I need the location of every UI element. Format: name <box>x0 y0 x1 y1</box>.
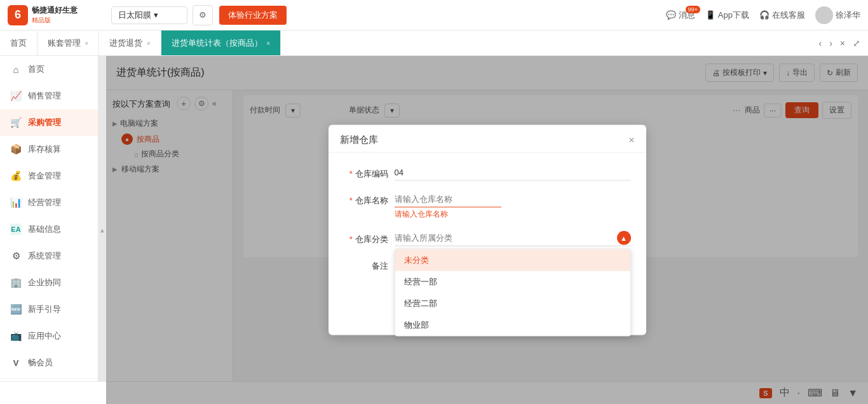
sidebar-item-sales[interactable]: 📈 销售管理 <box>0 83 98 109</box>
modal-title: 新增仓库 <box>340 134 378 146</box>
phone-icon: 📱 <box>705 10 715 20</box>
dropdown-item-unclassified[interactable]: 未分类 <box>395 250 630 271</box>
tab-account[interactable]: 账套管理 × <box>37 30 99 55</box>
modal-header: 新增仓库 × <box>329 125 646 153</box>
sidebar-item-inventory[interactable]: 📦 库存核算 <box>0 136 98 163</box>
sidebar-item-vip-label: 畅会员 <box>28 357 53 368</box>
sidebar-item-home-label: 首页 <box>28 64 44 75</box>
category-dropdown-list: 未分类 经营一部 经营二部 物业部 <box>395 249 631 337</box>
modal-close-button[interactable]: × <box>628 134 634 145</box>
tab-controls: ‹ › × ⤢ <box>811 30 868 55</box>
header-right: 💬 消息 99+ 📱 App下载 🎧 在线客服 徐泽华 <box>666 6 860 24</box>
dropdown-item-dept1[interactable]: 经营一部 <box>395 271 630 293</box>
sidebar-item-enterprise[interactable]: 🏢 企业协同 <box>0 269 98 296</box>
dropdown-item-property[interactable]: 物业部 <box>395 314 630 336</box>
tab-prev-button[interactable]: ‹ <box>816 37 824 50</box>
chevron-down-icon: ▾ <box>154 10 158 20</box>
tab-bar: 首页 账套管理 × 进货退货 × 进货单统计表（按商品） × ‹ › × ⤢ <box>0 30 868 56</box>
home-icon: ⌂ <box>10 64 22 75</box>
user-menu[interactable]: 徐泽华 <box>815 6 860 24</box>
name-label: * 仓库名称 <box>344 191 395 206</box>
close-icon[interactable]: × <box>146 39 150 47</box>
top-header: 6 畅捷通好生意 精品版 日太阳膜 ▾ ⚙ 体验行业方案 💬 消息 99+ 📱 … <box>0 0 868 30</box>
name-input-wrapper <box>395 191 501 208</box>
tab-purchase-return-label: 进货退货 <box>109 37 142 49</box>
logo-text: 畅捷通好生意 精品版 <box>32 5 78 25</box>
name-field-row: * 仓库名称 请输入仓库名称 <box>344 191 631 220</box>
message-icon: 💬 <box>666 10 676 20</box>
try-industry-button[interactable]: 体验行业方案 <box>219 6 287 25</box>
sidebar-item-sales-label: 销售管理 <box>28 90 61 102</box>
category-label: * 仓库分类 <box>344 230 395 245</box>
user-name: 徐泽华 <box>836 10 860 21</box>
warehouse-code-input[interactable] <box>395 165 631 181</box>
tab-expand-button[interactable]: ⤢ <box>850 37 863 50</box>
tab-purchase-return[interactable]: 进货退货 × <box>99 30 161 55</box>
name-error-area: 请输入仓库名称 <box>395 208 448 220</box>
sidebar-item-operation-label: 经营管理 <box>28 197 61 208</box>
sidebar-item-purchase-label: 采购管理 <box>28 117 61 128</box>
notes-label: 备注 <box>344 257 395 272</box>
logo-area: 6 畅捷通好生意 精品版 <box>8 5 106 25</box>
headset-icon: 🎧 <box>759 10 770 20</box>
sidebar-item-finance[interactable]: 💰 资金管理 <box>0 163 98 189</box>
guide-icon: 🆕 <box>10 304 22 315</box>
store-name: 日太阳膜 <box>118 10 151 21</box>
modal-body: * 仓库编码 * 仓库名称 <box>329 153 646 299</box>
tab-home[interactable]: 首页 <box>0 30 37 55</box>
sidebar-item-guide-label: 新手引导 <box>28 304 61 315</box>
category-input[interactable] <box>395 230 631 246</box>
dropdown-arrow-button[interactable]: ▲ <box>617 231 631 245</box>
tab-home-label: 首页 <box>10 37 27 49</box>
warehouse-name-input[interactable] <box>395 191 501 208</box>
sidebar-item-apps-label: 应用中心 <box>28 330 61 342</box>
service-label: 在线客服 <box>772 10 805 21</box>
sidebar-item-guide[interactable]: 🆕 新手引导 <box>0 296 98 323</box>
close-icon[interactable]: × <box>266 39 270 47</box>
gear-icon: ⚙ <box>199 10 207 20</box>
content-area: 进货单统计(按商品) 🖨 按模板打印 ▾ ↓ 导出 ↻ 刷新 <box>106 56 868 404</box>
sidebar-item-enterprise-label: 企业协同 <box>28 277 61 288</box>
sidebar-item-basic-label: 基础信息 <box>28 224 61 235</box>
tab-account-label: 账套管理 <box>48 37 81 49</box>
settings-button[interactable]: ⚙ <box>193 5 213 25</box>
sidebar-collapse-button[interactable]: ▲ <box>98 56 106 404</box>
sidebar: ⌂ 首页 📈 销售管理 🛒 采购管理 📦 库存核算 💰 资金管理 📊 经营管理 … <box>0 56 98 404</box>
tab-close-all-button[interactable]: × <box>837 37 848 50</box>
sidebar-item-system[interactable]: ⚙ 系统管理 <box>0 243 98 269</box>
system-icon: ⚙ <box>10 250 22 262</box>
messages-button[interactable]: 💬 消息 99+ <box>666 10 695 21</box>
finance-icon: 💰 <box>10 170 22 182</box>
enterprise-icon: 🏢 <box>10 277 22 288</box>
sidebar-item-operation[interactable]: 📊 经营管理 <box>0 189 98 216</box>
add-warehouse-modal: 新增仓库 × * 仓库编码 * 仓库名称 <box>329 125 646 335</box>
sidebar-item-purchase[interactable]: 🛒 采购管理 <box>0 109 98 136</box>
sidebar-item-apps[interactable]: 📺 应用中心 <box>0 323 98 349</box>
app-download-button[interactable]: 📱 App下载 <box>705 10 749 21</box>
app-label: App下载 <box>718 10 749 21</box>
sidebar-item-system-label: 系统管理 <box>28 250 61 262</box>
dropdown-item-dept2[interactable]: 经营二部 <box>395 293 630 314</box>
code-label: * 仓库编码 <box>344 165 395 180</box>
apps-icon: 📺 <box>10 330 22 342</box>
required-star: * <box>349 196 353 205</box>
main-layout: ⌂ 首页 📈 销售管理 🛒 采购管理 📦 库存核算 💰 资金管理 📊 经营管理 … <box>0 56 868 404</box>
sidebar-item-basic[interactable]: EA 基础信息 <box>0 216 98 243</box>
basic-icon: EA <box>10 224 22 235</box>
sales-icon: 📈 <box>10 90 22 102</box>
sidebar-item-finance-label: 资金管理 <box>28 170 61 182</box>
online-service-button[interactable]: 🎧 在线客服 <box>759 10 805 21</box>
sidebar-item-vip[interactable]: V 畅会员 <box>0 349 98 376</box>
close-icon[interactable]: × <box>85 39 88 47</box>
sidebar-item-home[interactable]: ⌂ 首页 <box>0 56 98 83</box>
store-selector[interactable]: 日太阳膜 ▾ <box>111 6 187 24</box>
category-dropdown-wrapper: ▲ 未分类 经营一部 经营二部 物业部 <box>395 230 631 246</box>
operation-icon: 📊 <box>10 197 22 208</box>
tab-next-button[interactable]: › <box>827 37 835 50</box>
logo-icon: 6 <box>8 5 28 25</box>
name-error-message: 请输入仓库名称 <box>395 209 448 220</box>
tab-purchase-stats[interactable]: 进货单统计表（按商品） × <box>161 30 281 55</box>
tab-purchase-stats-label: 进货单统计表（按商品） <box>172 37 262 49</box>
purchase-icon: 🛒 <box>10 117 22 128</box>
required-star: * <box>349 169 353 178</box>
